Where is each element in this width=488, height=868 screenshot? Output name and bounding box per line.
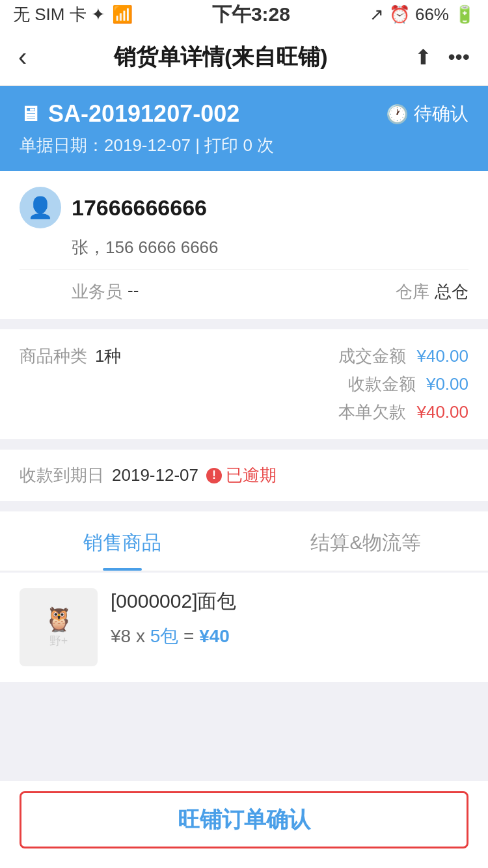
amount-info: 成交金额 ¥40.00 收款金额 ¥0.00 本单欠款 ¥40.00 (338, 345, 468, 424)
overdue-badge: ! 已逾期 (206, 464, 277, 487)
goods-type-value: 1种 (95, 345, 121, 368)
due-date-label: 收款到期日 (20, 464, 104, 487)
tabs-row: 销售商品 结算&物流等 (0, 511, 488, 571)
nav-bar: ‹ 销货单详情(来自旺铺) ⬆ ••• (0, 29, 488, 86)
summary-grid: 商品种类 1种 成交金额 ¥40.00 收款金额 ¥0.00 本单欠款 ¥40.… (20, 345, 468, 424)
customer-name: 张，156 6666 6666 (20, 236, 468, 259)
due-date-value: 2019-12-07 (112, 465, 198, 485)
deal-amount-value: ¥40.00 (416, 346, 468, 366)
more-icon[interactable]: ••• (448, 45, 470, 69)
page-title: 销货单详情(来自旺铺) (114, 42, 328, 72)
location-icon: ↗ (370, 5, 384, 25)
order-id: 🖥 SA-20191207-002 (20, 100, 239, 128)
received-value: ¥0.00 (426, 374, 468, 394)
share-icon[interactable]: ⬆ (414, 45, 432, 70)
overdue-text: 已逾期 (226, 464, 277, 487)
received-amount-row: 收款金额 ¥0.00 (348, 373, 468, 396)
order-icon: 🖥 (20, 102, 40, 126)
tab-sales-goods[interactable]: 销售商品 (0, 511, 244, 571)
deal-amount-row: 成交金额 ¥40.00 (338, 345, 468, 368)
confirm-order-button[interactable]: 旺铺订单确认 (20, 791, 468, 848)
order-header-banner: 🖥 SA-20191207-002 🕐 待确认 单据日期：2019-12-07 … (0, 86, 488, 171)
tab-active-indicator (103, 568, 142, 571)
customer-top-row: 👤 17666666666 (20, 187, 468, 228)
nav-right-actions: ⬆ ••• (414, 45, 470, 70)
price-unit: ¥8 (111, 626, 131, 646)
product-name: [0000002]面包 (111, 588, 468, 615)
user-icon: 👤 (27, 195, 53, 220)
customer-meta-row: 业务员 -- 仓库 总仓 (20, 280, 468, 303)
status-time: 下午3:28 (212, 1, 290, 28)
salesperson-item: 业务员 -- (72, 280, 139, 303)
summary-section: 商品种类 1种 成交金额 ¥40.00 收款金额 ¥0.00 本单欠款 ¥40.… (0, 329, 488, 439)
product-section: 🦉 野+ [0000002]面包 ¥8 x 5包 = ¥40 (0, 573, 488, 682)
received-label: 收款金额 (348, 373, 416, 396)
product-thumbnail: 🦉 野+ (20, 588, 98, 666)
salesperson-value: -- (128, 280, 139, 303)
product-price: ¥8 x 5包 = ¥40 (111, 624, 468, 649)
customer-section: 👤 17666666666 张，156 6666 6666 业务员 -- 仓库 … (0, 171, 488, 319)
status-bar: 无 SIM 卡 ✦ 📶 下午3:28 ↗ ⏰ 66% 🔋 (0, 0, 488, 29)
equals-symbol: = (183, 626, 199, 646)
customer-phone: 17666666666 (72, 195, 207, 221)
multiply-symbol: x (136, 626, 150, 646)
banner-top-row: 🖥 SA-20191207-002 🕐 待确认 (20, 100, 468, 128)
clock-icon: 🕐 (386, 103, 409, 125)
product-item: 🦉 野+ [0000002]面包 ¥8 x 5包 = ¥40 (20, 588, 468, 666)
avatar: 👤 (20, 187, 61, 228)
overdue-icon: ! (206, 468, 222, 483)
goods-type-info: 商品种类 1种 (20, 345, 121, 368)
battery-icon: 🔋 (454, 5, 475, 25)
order-status: 🕐 待确认 (386, 102, 468, 126)
divider (20, 269, 468, 270)
wifi-icon: 📶 (112, 5, 133, 25)
battery-text: 66% (415, 5, 449, 25)
sim-text: 无 SIM 卡 ✦ (13, 3, 105, 26)
due-amount-row: 本单欠款 ¥40.00 (338, 401, 468, 424)
bottom-bar: 旺铺订单确认 (0, 781, 488, 868)
order-date: 单据日期：2019-12-07 | 打印 0 次 (20, 134, 468, 157)
warehouse-value: 总仓 (435, 280, 468, 303)
due-date-section: 收款到期日 2019-12-07 ! 已逾期 (0, 450, 488, 501)
salesperson-label: 业务员 (72, 280, 122, 303)
warehouse-label: 仓库 (396, 280, 429, 303)
due-amount-value: ¥40.00 (416, 402, 468, 422)
back-button[interactable]: ‹ (18, 42, 27, 72)
tab-settlement-logistics[interactable]: 结算&物流等 (244, 511, 488, 571)
alarm-icon: ⏰ (389, 5, 410, 25)
status-right: ↗ ⏰ 66% 🔋 (370, 5, 475, 25)
deal-amount-label: 成交金额 (338, 345, 406, 368)
tabs-container: 销售商品 结算&物流等 (0, 511, 488, 571)
status-left: 无 SIM 卡 ✦ 📶 (13, 3, 133, 26)
product-total: ¥40 (199, 626, 230, 646)
product-info: [0000002]面包 ¥8 x 5包 = ¥40 (111, 588, 468, 649)
due-amount-label: 本单欠款 (338, 401, 406, 424)
goods-type-label: 商品种类 (20, 345, 87, 368)
product-qty: 5包 (150, 626, 179, 646)
product-thumb-icon: 🦉 野+ (44, 606, 74, 649)
warehouse-item: 仓库 总仓 (396, 280, 468, 303)
